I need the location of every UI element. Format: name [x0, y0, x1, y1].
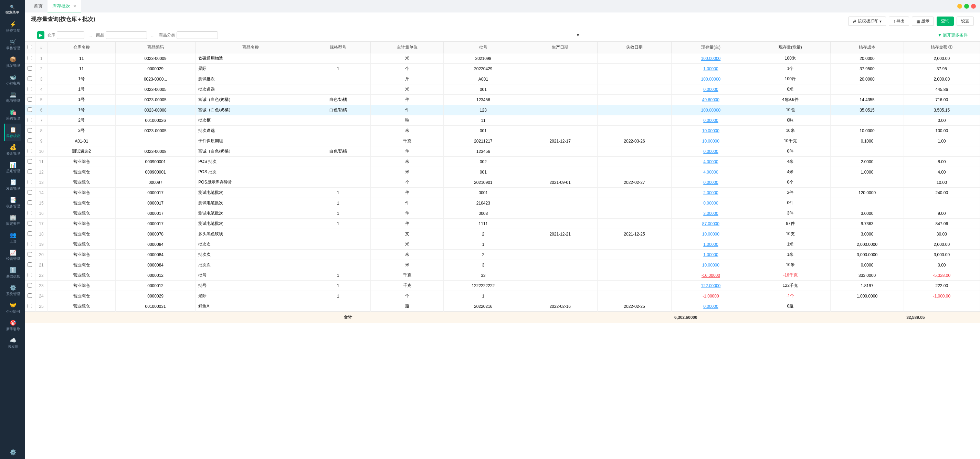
row-select-checkbox[interactable] — [27, 180, 32, 184]
sidebar-item-guide[interactable]: 🎯 新手引导 — [4, 317, 21, 334]
row-stock-main[interactable]: -16.00000 — [671, 270, 750, 280]
row-checkbox[interactable] — [25, 239, 35, 250]
row-checkbox[interactable] — [25, 64, 35, 74]
row-select-checkbox[interactable] — [27, 139, 32, 143]
sidebar-item-quick-nav[interactable]: ⚡ 快捷导航 — [4, 18, 21, 36]
row-stock-main[interactable]: 100.00000 — [671, 53, 750, 64]
settings-button[interactable]: 设置 — [956, 16, 974, 26]
row-select-checkbox[interactable] — [27, 242, 32, 246]
row-select-checkbox[interactable] — [27, 190, 32, 194]
row-stock-main[interactable]: 49.60000 — [671, 95, 750, 105]
sidebar-item-enterprise[interactable]: 🤝 企业协同 — [4, 299, 21, 317]
row-checkbox[interactable] — [25, 126, 35, 136]
row-stock-main[interactable]: 1.00000 — [671, 250, 750, 260]
export-button[interactable]: ↑ 导出 — [889, 16, 909, 26]
row-stock-main[interactable]: 4.00000 — [671, 157, 750, 167]
window-maximize[interactable] — [964, 4, 969, 9]
row-stock-main[interactable]: 1.00000 — [671, 64, 750, 74]
sidebar-item-ecommerce[interactable]: 💻 电商管理 — [4, 89, 21, 106]
row-checkbox[interactable] — [25, 74, 35, 84]
row-checkbox[interactable] — [25, 229, 35, 239]
sidebar-search[interactable]: 🔍 搜索菜单 — [4, 3, 21, 17]
row-checkbox[interactable] — [25, 115, 35, 126]
row-select-checkbox[interactable] — [27, 97, 32, 102]
row-checkbox[interactable] — [25, 147, 35, 157]
row-select-checkbox[interactable] — [27, 273, 32, 277]
category-input[interactable] — [177, 31, 218, 39]
row-stock-main[interactable]: 4.00000 — [671, 167, 750, 177]
row-checkbox[interactable] — [25, 53, 35, 64]
print-button[interactable]: 🖨 按模板打印 ▾ — [848, 16, 886, 26]
row-checkbox[interactable] — [25, 208, 35, 219]
row-stock-main[interactable]: 122.00000 — [671, 280, 750, 291]
display-toggle-button[interactable]: ▦ 显示 — [912, 16, 934, 26]
sidebar-item-tax[interactable]: 📑 税务管理 — [4, 194, 21, 212]
sidebar-item-fixed-assets[interactable]: 🏢 固定资产 — [4, 212, 21, 229]
row-select-checkbox[interactable] — [27, 66, 32, 70]
row-checkbox[interactable] — [25, 270, 35, 280]
row-select-checkbox[interactable] — [27, 201, 32, 205]
sidebar-item-inventory[interactable]: 📋 库存核查 — [4, 124, 21, 141]
row-stock-main[interactable]: 10.00000 — [671, 126, 750, 136]
row-stock-main[interactable]: 1.00000 — [671, 239, 750, 250]
row-checkbox[interactable] — [25, 136, 35, 147]
row-stock-main[interactable]: 0.00000 — [671, 301, 750, 312]
row-checkbox[interactable] — [25, 167, 35, 177]
row-stock-main[interactable]: 87.00000 — [671, 219, 750, 229]
row-select-checkbox[interactable] — [27, 283, 32, 287]
row-checkbox[interactable] — [25, 250, 35, 260]
row-select-checkbox[interactable] — [27, 231, 32, 236]
row-checkbox[interactable] — [25, 105, 35, 115]
sidebar-item-hr[interactable]: 👥 工资 — [4, 229, 21, 247]
row-checkbox[interactable] — [25, 188, 35, 198]
row-select-checkbox[interactable] — [27, 56, 32, 60]
row-select-checkbox[interactable] — [27, 293, 32, 298]
row-select-checkbox[interactable] — [27, 221, 32, 226]
tab-inventory-batch[interactable]: 库存批次 ✕ — [48, 0, 81, 13]
row-checkbox[interactable] — [25, 280, 35, 291]
sidebar-settings[interactable]: ⚙️ — [0, 446, 25, 459]
row-select-checkbox[interactable] — [27, 252, 32, 257]
row-stock-main[interactable]: 100.00000 — [671, 74, 750, 84]
row-select-checkbox[interactable] — [27, 211, 32, 215]
search-button[interactable]: 查询 — [937, 16, 954, 26]
row-checkbox[interactable] — [25, 157, 35, 167]
sidebar-item-system[interactable]: ⚙️ 系统管理 — [4, 282, 21, 299]
sidebar-item-summary[interactable]: 📊 总账管理 — [4, 159, 21, 176]
row-select-checkbox[interactable] — [27, 107, 32, 112]
sidebar-item-basic-info[interactable]: ℹ️ 基础信息 — [4, 264, 21, 282]
row-stock-main[interactable]: 10.00000 — [671, 260, 750, 270]
product-input[interactable] — [106, 31, 147, 39]
window-close[interactable] — [971, 4, 976, 9]
select-all-checkbox[interactable] — [27, 45, 32, 49]
window-minimize[interactable] — [957, 4, 962, 9]
row-select-checkbox[interactable] — [27, 118, 32, 122]
row-stock-main[interactable]: 0.00000 — [671, 147, 750, 157]
sidebar-item-invoice[interactable]: 🧾 发票管理 — [4, 176, 21, 194]
row-stock-main[interactable]: 0.00000 — [671, 198, 750, 208]
row-stock-main[interactable]: 0.00000 — [671, 84, 750, 95]
row-checkbox[interactable] — [25, 219, 35, 229]
row-select-checkbox[interactable] — [27, 159, 32, 164]
row-checkbox[interactable] — [25, 177, 35, 188]
row-checkbox[interactable] — [25, 95, 35, 105]
expand-conditions-btn[interactable]: ▼ 展开更多条件 — [938, 32, 967, 38]
row-select-checkbox[interactable] — [27, 304, 32, 308]
sidebar-item-cloud[interactable]: ☁️ 云应用 — [4, 334, 21, 352]
row-stock-main[interactable]: 10.00000 — [671, 136, 750, 147]
row-checkbox[interactable] — [25, 84, 35, 95]
sidebar-item-wholesale[interactable]: 📦 批发管理 — [4, 53, 21, 71]
row-select-checkbox[interactable] — [27, 169, 32, 174]
row-stock-main[interactable]: 3.00000 — [671, 208, 750, 219]
row-stock-main[interactable]: 0.00000 — [671, 115, 750, 126]
row-stock-main[interactable]: 2.00000 — [671, 188, 750, 198]
sidebar-item-ecommerce-small[interactable]: 🐋 小鲸电商 — [4, 71, 21, 89]
row-checkbox[interactable] — [25, 260, 35, 270]
row-stock-main[interactable]: -1.00000 — [671, 291, 750, 301]
row-select-checkbox[interactable] — [27, 76, 32, 81]
row-checkbox[interactable] — [25, 198, 35, 208]
row-stock-main[interactable]: 0.00000 — [671, 177, 750, 188]
row-select-checkbox[interactable] — [27, 262, 32, 267]
row-select-checkbox[interactable] — [27, 87, 32, 91]
row-stock-main[interactable]: 10.00000 — [671, 229, 750, 239]
